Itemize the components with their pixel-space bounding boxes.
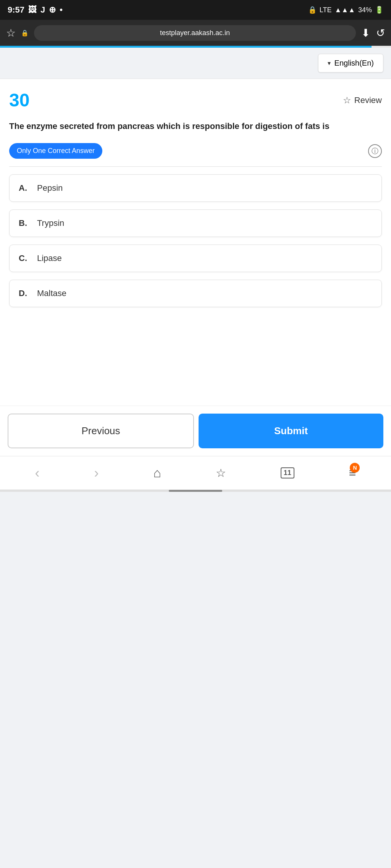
back-button[interactable]: ‹ xyxy=(35,465,39,481)
language-selector[interactable]: ▾ English(En) xyxy=(318,54,383,72)
bottom-nav: ‹ › ⌂ ☆ 11 ≡ N xyxy=(0,456,391,490)
option-c[interactable]: C. Lipase xyxy=(9,245,382,272)
option-d[interactable]: D. Maltase xyxy=(9,280,382,307)
question-number: 30 xyxy=(9,90,29,111)
dot-icon: • xyxy=(60,5,63,15)
lang-chevron-icon: ▾ xyxy=(328,60,331,67)
option-d-letter: D. xyxy=(19,288,29,298)
scroll-pill xyxy=(169,490,222,492)
status-time: 9:57 xyxy=(8,5,24,15)
refresh-icon[interactable]: ↺ xyxy=(376,27,385,39)
lte-label: LTE xyxy=(320,6,332,14)
option-a-letter: A. xyxy=(19,183,29,193)
nav-buttons: Previous Submit xyxy=(0,406,391,456)
progress-bar xyxy=(0,46,391,48)
option-b-letter: B. xyxy=(19,218,29,228)
options-container: A. Pepsin B. Trypsin C. Lipase D. Maltas… xyxy=(9,174,382,307)
submit-button[interactable]: Submit xyxy=(199,414,383,448)
forward-button[interactable]: › xyxy=(94,465,99,481)
status-right: 🔒 LTE ▲▲▲ 34% 🔋 xyxy=(308,6,383,14)
info-icon[interactable]: ⓘ xyxy=(368,144,382,158)
progress-fill xyxy=(0,46,372,48)
lang-label: English(En) xyxy=(334,59,374,68)
signal-bars-icon: ▲▲▲ xyxy=(335,6,355,14)
review-star-icon: ☆ xyxy=(343,95,351,106)
notification-badge: N xyxy=(350,463,360,473)
battery-percent: 34% xyxy=(358,6,372,14)
status-left: 9:57 🖼 J ⊕ • xyxy=(8,5,63,15)
tab-count: 11 xyxy=(281,467,294,478)
review-label: Review xyxy=(354,95,382,105)
menu-button[interactable]: ≡ N xyxy=(349,466,356,480)
lock-status-icon: 🔒 xyxy=(308,6,317,14)
home-button[interactable]: ⌂ xyxy=(153,465,161,480)
answer-type-badge: Only One Correct Answer xyxy=(9,143,102,159)
main-content: 30 ☆ Review The enzyme secreted from pan… xyxy=(0,79,391,329)
scroll-indicator xyxy=(0,490,391,492)
browser-bar: ☆ 🔒 testplayer.aakash.ac.in ⬇ ↺ xyxy=(0,20,391,46)
url-text: testplayer.aakash.ac.in xyxy=(160,29,230,37)
option-a-text: Pepsin xyxy=(37,183,63,193)
option-b[interactable]: B. Trypsin xyxy=(9,209,382,237)
browser-actions: ⬇ ↺ xyxy=(361,27,385,39)
bottom-spacer xyxy=(0,329,391,406)
option-a[interactable]: A. Pepsin xyxy=(9,174,382,202)
battery-icon: 🔋 xyxy=(375,6,383,14)
status-bar: 9:57 🖼 J ⊕ • 🔒 LTE ▲▲▲ 34% 🔋 xyxy=(0,0,391,20)
bookmark-button[interactable]: ☆ xyxy=(216,466,226,480)
url-bar[interactable]: testplayer.aakash.ac.in xyxy=(34,25,356,41)
review-button[interactable]: ☆ Review xyxy=(343,95,382,106)
previous-button[interactable]: Previous xyxy=(8,414,194,448)
lang-area: ▾ English(En) xyxy=(0,48,391,79)
photo-icon: 🖼 xyxy=(28,5,37,15)
favorite-icon[interactable]: ☆ xyxy=(6,27,16,39)
divider xyxy=(9,166,382,167)
question-header: 30 ☆ Review xyxy=(9,90,382,111)
browser-lock-icon: 🔒 xyxy=(21,29,29,37)
answer-type-row: Only One Correct Answer ⓘ xyxy=(9,143,382,159)
tabs-button[interactable]: 11 xyxy=(281,467,294,478)
download-icon[interactable]: ⬇ xyxy=(361,27,370,39)
dots-icon: ⊕ xyxy=(49,5,56,15)
sim-icon: J xyxy=(40,5,45,15)
option-c-letter: C. xyxy=(19,253,29,263)
option-c-text: Lipase xyxy=(37,253,62,263)
question-text: The enzyme secreted from pancreas which … xyxy=(9,120,382,132)
option-d-text: Maltase xyxy=(37,288,66,298)
option-b-text: Trypsin xyxy=(37,218,64,228)
